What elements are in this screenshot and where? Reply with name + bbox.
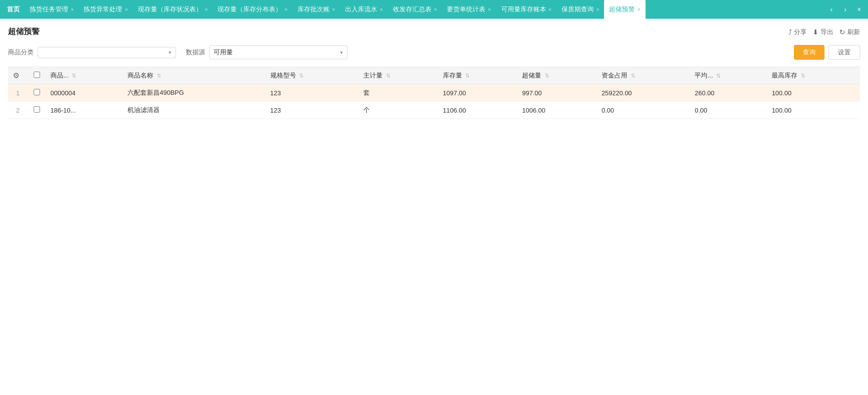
refresh-icon: ↻ — [839, 28, 845, 36]
filter-bar: 商品分类 ▾ 数据源 可用量 ▾ 查询 设置 — [8, 45, 860, 60]
filter-datasource: 数据源 可用量 ▾ — [186, 45, 347, 59]
datasource-label: 数据源 — [186, 48, 205, 57]
nav-close-icon[interactable]: × — [596, 6, 599, 12]
nav-close-icon[interactable]: × — [549, 6, 552, 12]
page-header: 超储预警 ⤴ 分享 ⬇ 导出 ↻ 刷新 — [8, 27, 860, 37]
nav-item-order-stat[interactable]: 要货单统计表 × — [442, 0, 496, 19]
sort-icon: ⇅ — [716, 73, 721, 79]
nav-label: 拣货任务管理 — [30, 5, 68, 14]
cell-unit: 个 — [358, 102, 438, 119]
export-button[interactable]: ⬇ 导出 — [813, 28, 833, 37]
nav-close-icon[interactable]: × — [284, 6, 287, 12]
row-checkbox[interactable] — [34, 106, 40, 113]
nav-label: 拣货异常处理 — [84, 5, 122, 14]
cell-capital: 0.00 — [597, 102, 690, 119]
cell-avg: 260.00 — [690, 84, 767, 102]
nav-item-stock-batch[interactable]: 库存批次账 × — [293, 0, 340, 19]
th-max-stock-label: 最高库存 — [772, 72, 797, 79]
nav-label: 现存量（库存分布表） — [217, 5, 282, 14]
nav-close-icon[interactable]: × — [205, 6, 208, 12]
category-dropdown-icon: ▾ — [169, 49, 172, 56]
page-title: 超储预警 — [8, 27, 40, 37]
th-product-code-label: 商品... — [50, 72, 69, 79]
nav-item-overstock[interactable]: 超储预警 × — [604, 0, 645, 19]
nav-item-stock-flow[interactable]: 出入库流水 × — [340, 0, 388, 19]
row-num: 2 — [8, 102, 28, 119]
select-all-checkbox[interactable] — [34, 72, 40, 78]
th-unit[interactable]: 主计量 ⇅ — [358, 67, 438, 84]
th-product-code[interactable]: 商品... ⇅ — [45, 67, 123, 84]
query-button[interactable]: 查询 — [794, 45, 825, 60]
page-content: 超储预警 ⤴ 分享 ⬇ 导出 ↻ 刷新 商品分类 ▾ 数据源 — [0, 19, 868, 395]
nav-close-icon[interactable]: × — [71, 6, 74, 12]
th-overstock[interactable]: 超储量 ⇅ — [517, 67, 597, 84]
cell-stock: 1106.00 — [438, 102, 518, 119]
th-product-name[interactable]: 商品名称 ⇅ — [123, 67, 265, 84]
nav-item-recv-send[interactable]: 收发存汇总表 × — [388, 0, 442, 19]
nav-label: 库存批次账 — [298, 5, 330, 14]
nav-item-pick-task[interactable]: 拣货任务管理 × — [25, 0, 79, 19]
category-select[interactable]: ▾ — [38, 47, 176, 58]
row-num: 1 — [8, 84, 28, 102]
nav-close-icon[interactable]: × — [332, 6, 335, 12]
cell-product-code: 186-10... — [45, 102, 123, 119]
nav-label: 超储预警 — [609, 5, 635, 14]
th-spec-label: 规格型号 — [270, 72, 296, 79]
nav-more-btn[interactable]: × — [852, 0, 866, 19]
category-label: 商品分类 — [8, 48, 34, 57]
row-checkbox[interactable] — [34, 89, 40, 95]
refresh-label: 刷新 — [847, 28, 860, 37]
nav-item-pick-exception[interactable]: 拣货异常处理 × — [79, 0, 132, 19]
nav-item-avail-stock[interactable]: 可用量库存账本 × — [496, 0, 557, 19]
data-table: ⚙ 商品... ⇅ 商品名称 ⇅ 规格型号 ⇅ 主计量 — [8, 67, 860, 119]
sort-icon: ⇅ — [157, 73, 161, 79]
th-avg-label: 平均... — [694, 72, 713, 79]
nav-prev-btn[interactable]: ‹ — [825, 0, 838, 19]
settings-icon[interactable]: ⚙ — [13, 71, 19, 79]
sort-icon: ⇅ — [465, 73, 470, 79]
export-icon: ⬇ — [813, 28, 819, 36]
cell-max-stock: 100.00 — [767, 84, 860, 102]
th-spec[interactable]: 规格型号 ⇅ — [265, 67, 359, 84]
filter-buttons: 查询 设置 — [794, 45, 860, 60]
cell-product-name: 六配套新昌490BPG — [123, 84, 265, 102]
share-icon: ⤴ — [788, 28, 792, 36]
set-button[interactable]: 设置 — [828, 45, 860, 60]
cell-capital: 259220.00 — [597, 84, 690, 102]
share-label: 分享 — [794, 28, 807, 37]
nav-label: 出入库流水 — [345, 5, 377, 14]
th-stock[interactable]: 库存量 ⇅ — [438, 67, 518, 84]
cell-unit: 套 — [358, 84, 438, 102]
nav-item-shelf-life[interactable]: 保质期查询 × — [557, 0, 604, 19]
nav-close-icon[interactable]: × — [637, 6, 640, 12]
nav-item-home[interactable]: 首页 — [2, 0, 25, 19]
row-checkbox-cell[interactable] — [28, 102, 45, 119]
th-avg[interactable]: 平均... ⇅ — [690, 67, 767, 84]
datasource-select[interactable]: 可用量 ▾ — [209, 45, 347, 59]
cell-avg: 0.00 — [690, 102, 767, 119]
nav-close-icon[interactable]: × — [488, 6, 491, 12]
nav-item-stock-status[interactable]: 现存量（库存状况表） × — [133, 0, 213, 19]
nav-label: 可用量库存账本 — [501, 5, 546, 14]
nav-close-icon[interactable]: × — [434, 6, 437, 12]
sort-icon: ⇅ — [801, 73, 805, 79]
row-checkbox-cell[interactable] — [28, 84, 45, 102]
refresh-button[interactable]: ↻ 刷新 — [839, 28, 860, 37]
share-button[interactable]: ⤴ 分享 — [788, 28, 807, 37]
nav-item-stock-dist[interactable]: 现存量（库存分布表） × — [213, 0, 292, 19]
th-stock-label: 库存量 — [443, 72, 462, 79]
th-product-name-label: 商品名称 — [128, 72, 153, 79]
th-capital-label: 资金占用 — [602, 72, 627, 79]
th-settings: ⚙ — [8, 67, 28, 84]
nav-close-icon[interactable]: × — [380, 6, 383, 12]
table-row: 2 186-10... 机油滤清器 123 个 1106.00 1006.00 … — [8, 102, 860, 119]
nav-close-icon[interactable]: × — [125, 6, 128, 12]
cell-overstock: 1006.00 — [517, 102, 597, 119]
cell-spec: 123 — [265, 84, 359, 102]
cell-product-code: 0000004 — [45, 84, 123, 102]
nav-label: 现存量（库存状况表） — [138, 5, 202, 14]
table-header-row: ⚙ 商品... ⇅ 商品名称 ⇅ 规格型号 ⇅ 主计量 — [8, 67, 860, 84]
th-capital[interactable]: 资金占用 ⇅ — [597, 67, 690, 84]
th-max-stock[interactable]: 最高库存 ⇅ — [767, 67, 860, 84]
nav-next-btn[interactable]: › — [838, 0, 852, 19]
